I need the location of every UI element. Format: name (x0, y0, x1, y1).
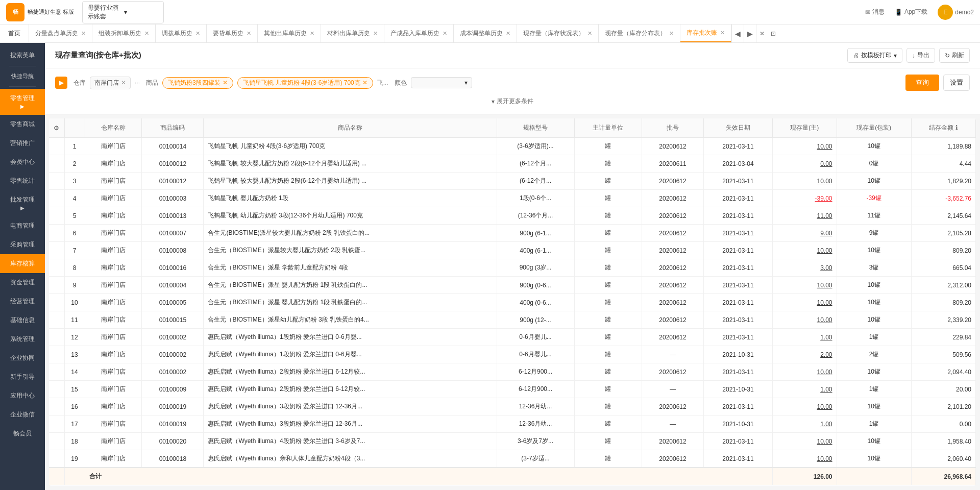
query-button[interactable]: 查询 (905, 75, 939, 91)
tab-close-all-button[interactable]: ✕ (756, 24, 768, 42)
cell-settings (49, 329, 64, 346)
cell-qty-main[interactable]: 10.00 (772, 363, 837, 381)
cell-qty-main[interactable]: 1.00 (772, 415, 837, 433)
product-chip-close[interactable]: ✕ (362, 79, 368, 86)
sidebar-item-purchase[interactable]: 采购管理 (0, 235, 45, 254)
sidebar-nav[interactable]: 快捷导航 (0, 68, 45, 84)
expand-more-button[interactable]: ▾ 展开更多条件 (55, 95, 970, 108)
cell-qty-main[interactable]: 10.00 (772, 138, 837, 155)
tab-close-icon[interactable]: ✕ (587, 30, 592, 37)
filter-expand-button[interactable]: ▶ (55, 77, 67, 89)
tab-close-icon[interactable]: ✕ (506, 30, 510, 37)
cell-batch: 20200612 (642, 207, 703, 225)
tab-yaohuo[interactable]: 要货单历史 ✕ (207, 24, 258, 42)
tab-xiancunliang-status[interactable]: 现存量（库存状况表） ✕ (517, 24, 599, 42)
cell-spec: 0-6月婴儿... (497, 329, 574, 346)
product-chip-2[interactable]: 飞鹤星飞帆 儿童奶粉 4段(3-6岁适用) 700克 ✕ (237, 77, 373, 89)
chevron-right-icon: ▶ (20, 104, 24, 109)
sidebar-item-ecommerce[interactable]: 电商管理 (0, 216, 45, 235)
sidebar-item-app-center[interactable]: 应用中心 (0, 386, 45, 405)
cell-qty-pkg: 10罐 (837, 173, 911, 190)
sidebar-search[interactable]: 搜索英单 (0, 47, 45, 64)
sidebar-item-basic-info[interactable]: 基础信息 (0, 311, 45, 330)
cell-qty-main[interactable]: 10.00 (772, 173, 837, 190)
tab-close-icon[interactable]: ✕ (144, 30, 149, 37)
message-button[interactable]: ✉ 消息 (865, 8, 885, 16)
sidebar-item-retail-stats[interactable]: 零售统计 (0, 172, 45, 190)
tab-diaoboddan[interactable]: 调拨单历史 ✕ (156, 24, 207, 42)
sidebar-item-inventory[interactable]: 库存核算 (0, 254, 45, 273)
cell-qty-main[interactable]: 10.00 (772, 242, 837, 259)
sidebar-item-guide[interactable]: 新手引导 (0, 368, 45, 386)
cell-unit: 罐 (574, 294, 642, 311)
tab-fenpan[interactable]: 分量盘点单历史 ✕ (29, 24, 92, 42)
cell-warehouse: 南岸门店 (85, 259, 142, 277)
sidebar-item-finance[interactable]: 资金管理 (0, 273, 45, 292)
cell-code: 00100003 (142, 190, 204, 207)
tab-close-icon[interactable]: ✕ (669, 30, 674, 37)
tab-qita-chuku[interactable]: 其他出库单历史 ✕ (258, 24, 321, 42)
cell-qty-main[interactable]: 1.00 (772, 329, 837, 346)
cell-qty-main[interactable]: 1.00 (772, 381, 837, 398)
cell-qty-main[interactable]: 10.00 (772, 450, 837, 468)
cell-qty-main[interactable]: 9.00 (772, 225, 837, 242)
product-chip-close[interactable]: ✕ (223, 79, 228, 86)
tab-kucun-pici[interactable]: 库存批次账 ✕ (680, 24, 731, 42)
sidebar-item-wholesale[interactable]: 批发管理 ▶ (0, 190, 45, 216)
tab-prev-button[interactable]: ◀ (731, 24, 744, 42)
export-button[interactable]: ↓ 导出 (906, 48, 935, 63)
cell-qty-main[interactable]: 11.00 (772, 207, 837, 225)
print-button[interactable]: 🖨 按模板打印 ▾ (847, 48, 902, 63)
cell-qty-main[interactable]: -39.00 (772, 190, 837, 207)
tab-chanchenpin-ruku[interactable]: 产成品入库单历史 ✕ (384, 24, 454, 42)
tab-close-icon[interactable]: ✕ (195, 30, 200, 37)
cell-qty-main[interactable]: 10.00 (772, 294, 837, 311)
col-settings[interactable]: ⚙ (49, 118, 64, 138)
refresh-button[interactable]: ↻ 刷新 (939, 48, 970, 63)
product-chip-1[interactable]: 飞鹤奶粉3段四罐装 ✕ (162, 77, 233, 89)
tab-close-icon[interactable]: ✕ (443, 30, 447, 37)
cell-qty-main[interactable]: 2.00 (772, 346, 837, 363)
tab-zuzhuang[interactable]: 组装拆卸单历史 ✕ (92, 24, 156, 42)
tab-xiancunliang-dist[interactable]: 现存量（库存分布表） ✕ (599, 24, 680, 42)
user-profile[interactable]: E demo2 (938, 5, 974, 20)
cell-name: 惠氏启赋（Wyeth illuma）1段奶粉 爱尔兰进口 0-6月婴... (204, 329, 497, 346)
tab-close-icon[interactable]: ✕ (720, 30, 725, 36)
cell-qty-pkg: 9罐 (837, 225, 911, 242)
sidebar-item-retail-mgmt[interactable]: 零售管理 ▶ (0, 89, 45, 115)
tab-close-icon[interactable]: ✕ (247, 30, 251, 37)
cell-qty-main[interactable]: 10.00 (772, 277, 837, 294)
warehouse-filter-tag[interactable]: 南岸门店 ✕ (90, 77, 131, 89)
cell-settings (49, 173, 64, 190)
cell-qty-main[interactable]: 10.00 (772, 398, 837, 415)
cell-warehouse: 南岸门店 (85, 329, 142, 346)
cell-qty-main[interactable]: 10.00 (772, 311, 837, 329)
sidebar-item-retail-store[interactable]: 零售商城 (0, 115, 45, 134)
sidebar-item-member[interactable]: 会员中心 (0, 153, 45, 172)
sidebar-item-system[interactable]: 系统管理 (0, 330, 45, 349)
warehouse-select[interactable]: 母婴行业演示账套 ▾ (82, 1, 164, 23)
sidebar-item-label: 电商管理 (0, 222, 45, 230)
warehouse-tag-close[interactable]: ✕ (121, 79, 126, 86)
tab-chengben-tiaozheng[interactable]: 成本调整单历史 ✕ (454, 24, 517, 42)
sidebar-item-operations[interactable]: 经营管理 (0, 292, 45, 311)
tab-cailiao-chuku[interactable]: 材料出库单历史 ✕ (321, 24, 384, 42)
tab-close-icon[interactable]: ✕ (373, 30, 378, 37)
tab-home[interactable]: 首页 (0, 24, 29, 42)
tab-close-icon[interactable]: ✕ (310, 30, 314, 37)
tab-expand-button[interactable]: ⊡ (768, 24, 779, 42)
setting-button[interactable]: 设置 (943, 75, 970, 91)
sidebar-item-changhui[interactable]: 畅会员 (0, 424, 45, 443)
app-download-button[interactable]: 📱 App下载 (895, 8, 927, 16)
sidebar-item-enterprise[interactable]: 企业协同 (0, 349, 45, 368)
cell-qty-main[interactable]: 3.00 (772, 259, 837, 277)
cell-name: 飞鹤星飞帆 较大婴儿配方奶粉 2段(6-12个月婴幼儿适用) ... (204, 173, 497, 190)
tab-next-button[interactable]: ▶ (744, 24, 756, 42)
color-filter-input[interactable]: ▾ (411, 77, 472, 88)
cell-qty-main[interactable]: 0.00 (772, 155, 837, 173)
cell-qty-main[interactable]: 10.00 (772, 433, 837, 450)
tab-close-icon[interactable]: ✕ (81, 30, 86, 37)
sidebar-item-marketing[interactable]: 营销推广 (0, 134, 45, 153)
product-filter-label: 商品 (146, 79, 158, 87)
sidebar-item-enterprise-wechat[interactable]: 企业微信 (0, 405, 45, 424)
